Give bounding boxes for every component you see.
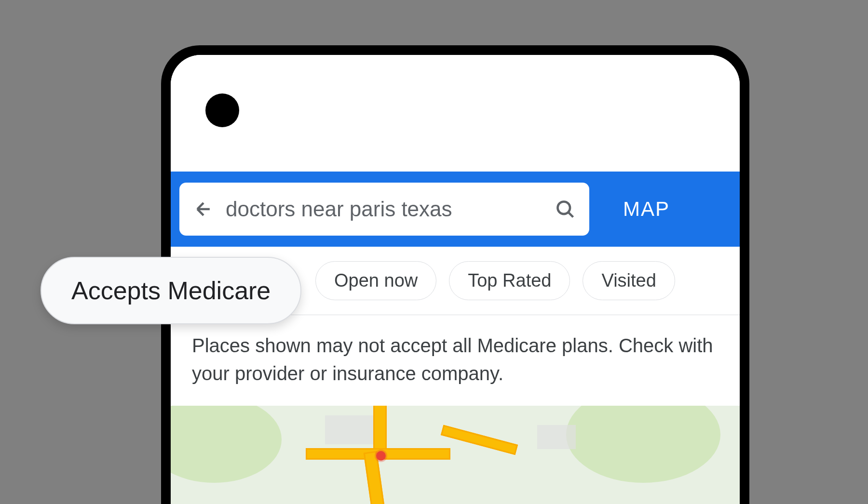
filter-chip-open-now[interactable]: Open now — [315, 261, 436, 300]
filter-chip-visited[interactable]: Visited — [583, 261, 675, 300]
filter-chip-top-rated[interactable]: Top Rated — [449, 261, 570, 300]
map-preview[interactable] — [171, 406, 740, 504]
map-button[interactable]: MAP — [604, 198, 689, 221]
svg-line-1 — [569, 212, 573, 217]
map-building — [325, 415, 373, 444]
map-marker-icon — [376, 451, 386, 461]
back-arrow-icon[interactable] — [193, 199, 214, 220]
map-terrain — [566, 406, 720, 483]
map-road — [441, 425, 518, 455]
camera-punch-hole — [205, 93, 239, 127]
map-terrain — [171, 406, 282, 483]
filter-chip-accepts-medicare[interactable]: Accepts Medicare — [41, 257, 301, 324]
search-header: MAP — [171, 172, 740, 247]
svg-point-0 — [557, 201, 570, 214]
disclaimer-text: Places shown may not accept all Medicare… — [171, 315, 740, 406]
map-road — [373, 406, 387, 454]
search-icon[interactable] — [555, 199, 576, 220]
search-box[interactable] — [179, 183, 589, 236]
search-input[interactable] — [226, 197, 543, 221]
map-building — [537, 425, 576, 449]
status-bar — [171, 55, 740, 172]
